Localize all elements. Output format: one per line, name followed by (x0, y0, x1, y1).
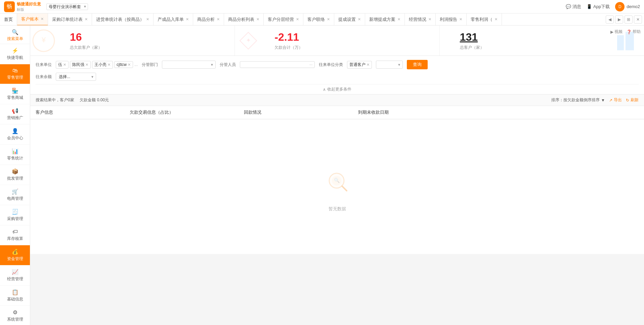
person-input-wrap[interactable]: ··· (240, 61, 315, 68)
tab-prod[interactable]: 产成品入库单 ✕ (154, 13, 193, 26)
col-customer-info: 客户信息 (36, 109, 130, 115)
filter-tag-cjttcw[interactable]: cjttcw ✕ (114, 61, 133, 68)
person-filter-label: 分管人员 (220, 62, 236, 68)
unit-type-select[interactable] (376, 61, 403, 69)
stats-row: ¥ 16 总欠款客户（家） ✦ -2.11 欠款合计（ (30, 26, 644, 56)
filter-tag-wu[interactable]: 伍 ✕ (56, 61, 69, 69)
video-help: ▶ 视频 ❓ 帮助 (610, 29, 641, 35)
tab-close-prod[interactable]: ✕ (186, 17, 189, 22)
tab-bizstat[interactable]: 经营情况 ✕ (405, 13, 436, 26)
tab-close-po[interactable]: ✕ (85, 17, 88, 22)
sidebar-item-operations[interactable]: 📈 经营管理 (0, 265, 30, 286)
tab-arbook[interactable]: 客户账本 ✕ (17, 13, 48, 26)
person-more-icon[interactable]: ··· (309, 63, 312, 67)
collapse-button[interactable]: ∧ 收起更多条件 (36, 84, 639, 94)
sidebar-item-member[interactable]: 👤 会员中心 (0, 124, 30, 145)
user-avatar-button[interactable]: D demo2 (615, 2, 640, 11)
sidebar-item-retail-mall[interactable]: 🏪 零售商城 (0, 84, 30, 104)
sidebar-item-finance[interactable]: 💰 资金管理 (0, 245, 30, 265)
tab-close-newplan[interactable]: ✕ (397, 17, 400, 22)
empty-text: 暂无数据 (329, 206, 346, 212)
filter-more-unit[interactable]: ... (134, 62, 138, 67)
dept-select[interactable] (162, 61, 216, 69)
sidebar-search[interactable]: 🔍 搜索菜单 (0, 26, 30, 44)
tab-close-goods[interactable]: ✕ (146, 17, 149, 22)
sort-select[interactable]: 排序：按欠款金额倒序排序 ▼ (551, 97, 605, 103)
nav-tabs-end: ◀ ▶ ⊞ ✕ (606, 15, 644, 24)
tab-profit[interactable]: 利润报告 ✕ (436, 13, 467, 26)
retail-mgmt-icon: 🛍 (12, 68, 18, 74)
unit-filter-label: 往来单位 (36, 62, 52, 68)
export-button[interactable]: ↗ 导出 (609, 97, 622, 103)
sidebar-item-quick-nav[interactable]: ⚡ 快捷导航 (0, 44, 30, 64)
sidebar-item-inventory[interactable]: 🏷 库存核算 (0, 225, 30, 245)
help-button[interactable]: ❓ 帮助 (627, 29, 641, 35)
tab-close-all-button[interactable]: ✕ (634, 15, 642, 24)
tab-close-commission[interactable]: ✕ (358, 17, 361, 22)
filter-tag-chen[interactable]: 陈民强 ✕ (70, 61, 91, 69)
sidebar-item-marketing[interactable]: 📢 营销推广 (0, 104, 30, 124)
balance-select[interactable]: 选择... (56, 73, 96, 81)
tab-close-arbook[interactable]: ✕ (41, 17, 44, 21)
filter-tag-cjttcw-close[interactable]: ✕ (128, 63, 131, 67)
tab-close-analysis[interactable]: ✕ (217, 17, 220, 22)
filter-tag-wang-close[interactable]: ✕ (108, 63, 111, 67)
svg-text:✦: ✦ (246, 37, 251, 44)
filter-tag-wu-close[interactable]: ✕ (63, 63, 66, 67)
video-button[interactable]: ▶ 视频 (610, 29, 622, 35)
tab-close-retailprofit[interactable]: ✕ (495, 17, 498, 22)
sidebar-item-retail-mgmt[interactable]: 🛍 零售管理 (0, 64, 30, 84)
sort-arrow-icon: ▼ (601, 98, 605, 103)
system-select-wrap[interactable]: 母婴行业演示帐套 ▼ (46, 3, 88, 10)
filter-tag-chen-close[interactable]: ✕ (85, 63, 88, 67)
filter-tag-normal-customer-close[interactable]: ✕ (367, 63, 370, 67)
stat-info-3: 131 总客户（家） (450, 31, 484, 50)
tab-analysis2[interactable]: 商品分析列表 ✕ (224, 13, 264, 26)
tab-close-bizstat[interactable]: ✕ (428, 17, 431, 22)
result-text: 搜索结果中，客户0家 欠款金额 0.00元 (36, 97, 109, 103)
tab-analysis[interactable]: 商品分析 ✕ (193, 13, 224, 26)
tab-home[interactable]: 首页 (0, 13, 17, 26)
tab-po[interactable]: 采购订单统计表 ✕ (48, 13, 92, 26)
sidebar-item-basic-info[interactable]: 📋 基础信息 (0, 286, 30, 306)
sidebar-item-retail-stat[interactable]: 📊 零售统计 (0, 145, 30, 165)
balance-filter-label: 往来余额 (36, 74, 52, 80)
tab-newplan[interactable]: 新增提成方案 ✕ (365, 13, 405, 26)
sidebar-item-batch-mgmt[interactable]: 📦 批发管理 (0, 165, 30, 185)
tab-close-analysis2[interactable]: ✕ (256, 17, 259, 22)
query-button[interactable]: 查询 (407, 60, 428, 69)
tab-expand-button[interactable]: ⊞ (625, 15, 633, 24)
person-input[interactable] (242, 62, 309, 67)
col-repayment: 回款情况 (244, 109, 358, 115)
sidebar-item-ecommerce[interactable]: 🛒 电商管理 (0, 185, 30, 205)
balance-select-wrap[interactable]: 选择... ▼ (56, 73, 96, 81)
dept-filter-label: 分管部门 (142, 62, 158, 68)
tab-goods[interactable]: 进货单统计表（按商品） ✕ (92, 13, 154, 26)
tab-close-layer[interactable]: ✕ (296, 17, 299, 22)
tab-retailprofit[interactable]: 零售利润（ ✕ (467, 13, 502, 26)
tab-close-contact[interactable]: ✕ (327, 17, 330, 22)
nav-tabs: 首页 客户账本 ✕ 采购订单统计表 ✕ 进货单统计表（按商品） ✕ 产成品入库单… (0, 13, 644, 26)
stat-bg-diamond: ✦ (235, 26, 262, 56)
tab-close-profit[interactable]: ✕ (459, 17, 462, 22)
sidebar-item-purchase[interactable]: 🧾 采购管理 (0, 205, 30, 225)
avatar: D (615, 2, 625, 11)
app-icon: 📱 (587, 4, 592, 9)
filter-tag-wang[interactable]: 王小亮 ✕ (92, 61, 113, 69)
stat-bg-circle: ¥ (30, 26, 57, 56)
app-download-button[interactable]: 📱 App下载 (587, 4, 610, 10)
message-button[interactable]: 💬 消息 (566, 4, 581, 10)
tab-commission[interactable]: 提成设置 ✕ (334, 13, 365, 26)
refresh-button[interactable]: ↻ 刷新 (626, 97, 639, 103)
tab-prev-button[interactable]: ◀ (606, 15, 614, 24)
filter-tag-normal-customer[interactable]: 普通客户 ✕ (347, 61, 372, 69)
tab-contact[interactable]: 客户联络 ✕ (303, 13, 334, 26)
system-select[interactable]: 母婴行业演示帐套 (46, 3, 88, 10)
tab-next-button[interactable]: ▶ (615, 15, 623, 24)
table-body: 🔍 暂无数据 (30, 119, 644, 254)
dept-select-wrap[interactable]: ▼ (162, 61, 216, 69)
tab-layer[interactable]: 客户分层经营 ✕ (264, 13, 303, 26)
unit-type-select-wrap[interactable]: ▼ (376, 61, 403, 69)
marketing-icon: 📢 (12, 108, 18, 114)
sidebar-item-sys-mgmt[interactable]: ⚙ 系统管理 (0, 306, 30, 325)
